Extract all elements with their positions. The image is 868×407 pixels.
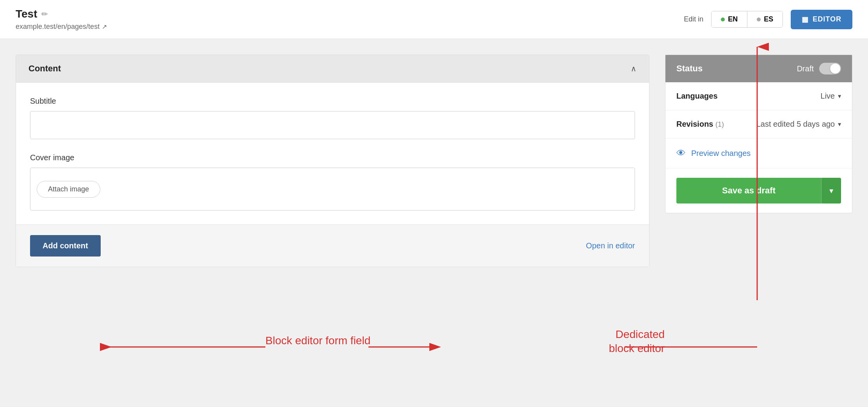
image-upload-area[interactable]: Attach image xyxy=(30,168,635,211)
languages-chevron-icon: ▾ xyxy=(838,92,841,100)
revisions-chevron-icon: ▾ xyxy=(838,120,841,128)
content-panel-title: Content xyxy=(28,64,61,74)
page-title-row: Test ✏ xyxy=(16,8,107,20)
languages-label: Languages xyxy=(676,92,718,101)
save-draft-row: Save as draft ▾ xyxy=(665,168,852,213)
preview-row: 👁 Preview changes xyxy=(665,138,852,168)
content-panel-body: Subtitle Cover image Attach image xyxy=(16,83,649,211)
status-right: Draft xyxy=(797,63,841,74)
languages-row: Languages Live ▾ xyxy=(665,82,852,110)
header: Test ✏ example.test/en/pages/test ↗ Edit… xyxy=(0,0,868,39)
draft-label: Draft xyxy=(797,64,814,73)
dedicated-editor-annotation: Dedicatedblock editor xyxy=(609,327,665,356)
lang-en-label: EN xyxy=(728,15,738,23)
languages-value-text: Live xyxy=(820,92,835,101)
revisions-count: (1) xyxy=(715,120,724,128)
save-draft-button[interactable]: Save as draft xyxy=(676,178,821,204)
revisions-label: Revisions (1) xyxy=(676,120,724,129)
preview-eye-icon: 👁 xyxy=(676,148,686,159)
revisions-label-text: Revisions xyxy=(676,120,713,128)
content-panel-header: Content ∧ xyxy=(16,55,649,83)
lang-es-dot xyxy=(757,18,761,21)
lang-es-label: ES xyxy=(764,15,773,23)
edit-pencil-icon[interactable]: ✏ xyxy=(41,9,48,19)
subtitle-input[interactable] xyxy=(30,111,635,139)
lang-es-button[interactable]: ES xyxy=(747,11,783,27)
collapse-icon[interactable]: ∧ xyxy=(631,64,637,73)
right-sidebar: Status Draft Languages Live ▾ Revisions … xyxy=(665,55,852,213)
subtitle-label: Subtitle xyxy=(30,97,635,106)
edit-in-label: Edit in xyxy=(684,15,703,23)
revisions-value[interactable]: Last edited 5 days ago ▾ xyxy=(756,120,841,129)
editor-button-label: EDITOR xyxy=(813,15,841,23)
editor-button[interactable]: ▦ EDITOR xyxy=(791,10,852,29)
attach-image-button[interactable]: Attach image xyxy=(37,181,100,198)
content-panel: Content ∧ Subtitle Cover image Attach im… xyxy=(16,55,649,267)
page-title: Test xyxy=(16,8,37,20)
page-url: example.test/en/pages/test ↗ xyxy=(16,23,107,31)
block-editor-annotation: Block editor form field xyxy=(265,334,370,348)
lang-en-dot xyxy=(721,18,725,21)
status-header: Status Draft xyxy=(665,55,852,82)
main-area: Content ∧ Subtitle Cover image Attach im… xyxy=(0,39,868,283)
open-in-editor-link[interactable]: Open in editor xyxy=(586,241,635,250)
external-link-icon[interactable]: ↗ xyxy=(102,23,107,30)
header-left: Test ✏ example.test/en/pages/test ↗ xyxy=(16,8,107,31)
header-right: Edit in EN ES ▦ EDITOR xyxy=(684,10,852,29)
lang-en-button[interactable]: EN xyxy=(711,11,747,27)
status-label: Status xyxy=(676,64,703,74)
cover-image-label: Cover image xyxy=(30,153,635,162)
editor-icon: ▦ xyxy=(802,15,809,24)
save-draft-button-container: Save as draft ▾ xyxy=(676,178,841,204)
add-content-button[interactable]: Add content xyxy=(30,235,101,257)
save-draft-chevron-button[interactable]: ▾ xyxy=(821,178,841,204)
revisions-last-edited: Last edited 5 days ago xyxy=(756,120,835,129)
preview-changes-link[interactable]: Preview changes xyxy=(691,149,751,158)
revisions-row: Revisions (1) Last edited 5 days ago ▾ xyxy=(665,110,852,138)
language-switcher: EN ES xyxy=(711,11,783,28)
languages-value[interactable]: Live ▾ xyxy=(820,92,841,101)
url-text: example.test/en/pages/test xyxy=(16,23,100,31)
status-toggle[interactable] xyxy=(819,63,841,74)
content-panel-footer: Add content Open in editor xyxy=(16,225,649,267)
